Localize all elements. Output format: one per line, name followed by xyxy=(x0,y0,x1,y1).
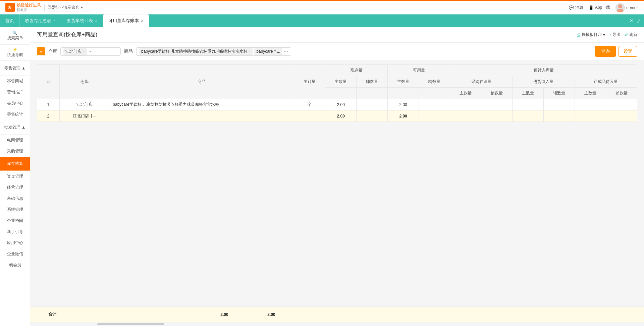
tab-receipts[interactable]: 收发存汇总表 × xyxy=(20,14,61,27)
th-avail-sub2 xyxy=(419,88,450,99)
sidebar-item-finance[interactable]: 资金管理 xyxy=(0,171,30,182)
top-bar-left: 好 畅捷通好生意 标准版 母婴行业演示账套 ▾ xyxy=(5,3,91,12)
expand-btn[interactable]: ⤢ xyxy=(636,18,641,24)
sidebar-item-marketing[interactable]: 营销推广 xyxy=(0,87,30,98)
settings-icon[interactable]: ⚙ xyxy=(45,79,52,85)
sidebar-item-ecommerce[interactable]: 电商管理 xyxy=(0,135,30,146)
th-avail-sub: 辅数量 xyxy=(419,76,450,88)
sidebar-item-retail-mall[interactable]: 零售商城 xyxy=(0,76,30,87)
sidebar-item-purchase-mgmt[interactable]: 采购管理 xyxy=(0,146,30,157)
tab-home[interactable]: 首页 xyxy=(0,14,20,27)
th-settings[interactable]: ⚙ xyxy=(37,65,60,99)
goods-tag-1-remove[interactable]: × xyxy=(249,49,251,53)
cell-goods-1: babycare学饮杯 儿童防摔防撞吸管杯重力球吸嘴杯宝宝水杯 xyxy=(109,99,294,110)
th-pp-sub: 辅数量 xyxy=(606,88,637,99)
goods-input[interactable]: babycare学饮杯 儿童防摔防撞吸管杯重力球吸嘴杯宝宝水杯 × babyca… xyxy=(136,47,291,56)
data-table: ⚙ 仓库 商品 主计量 现存量 可用量 预计入库量 主数量 辅数量 主数量 辅数… xyxy=(37,64,637,122)
warehouse-input[interactable]: 江北门店 × ··· xyxy=(60,47,121,56)
cell-unit-1: 个 xyxy=(294,99,325,110)
refresh-btn[interactable]: ↺ 刷新 xyxy=(625,32,637,38)
th-warehouse: 仓库 xyxy=(59,65,109,99)
content-area: 可用量查询(按仓库+商品) 🖨 按模板打印 ▾ ↑ 导出 ↺ 刷新 » xyxy=(30,27,644,326)
sidebar-quick-nav[interactable]: ⚡ 快捷导航 xyxy=(0,45,30,61)
tab-purchase[interactable]: 要货单统计表 × xyxy=(61,14,103,27)
tab-inventory[interactable]: 可用量库存账本 × xyxy=(103,14,149,27)
print-btn[interactable]: 🖨 按模板打印 ▾ xyxy=(576,32,605,38)
close-all-btn[interactable]: × xyxy=(630,18,633,24)
th-inbound-pending: 进货待入量 xyxy=(512,76,575,88)
sidebar-item-vip[interactable]: 畅会员 xyxy=(0,260,30,271)
sidebar-item-new-guide[interactable]: 新手引导 xyxy=(0,226,30,237)
sidebar-item-wholesale[interactable]: 批发管理 ▲ xyxy=(0,120,30,135)
app-download-btn[interactable]: 📱 App下载 xyxy=(589,5,610,10)
logo-area: 好 畅捷通好生意 标准版 xyxy=(5,3,41,12)
tab-inventory-close[interactable]: × xyxy=(141,18,143,23)
sidebar-item-retail-stats[interactable]: 零售统计 xyxy=(0,109,30,120)
th-avail-main2 xyxy=(388,88,419,99)
sidebar-item-system[interactable]: 系统管理 xyxy=(0,204,30,215)
cell-stock-sub-2 xyxy=(357,110,388,122)
cell-pp-sub-1 xyxy=(606,99,637,110)
th-stock-main: 主数量 xyxy=(325,76,357,88)
expand-filter-btn[interactable]: » xyxy=(37,47,45,55)
sidebar-item-member[interactable]: 会员中心 xyxy=(0,98,30,109)
sidebar-item-enterprise[interactable]: 企业协同 xyxy=(0,215,30,226)
cell-avail-sub-1 xyxy=(419,99,450,110)
user-info[interactable]: demo2 xyxy=(615,3,639,12)
search-icon: 🔍 xyxy=(12,31,17,35)
horizontal-scrollbar[interactable] xyxy=(97,323,164,325)
th-avail-main: 主数量 xyxy=(388,76,419,88)
sidebar-item-inventory-check[interactable]: 库存核算 xyxy=(0,157,30,171)
sidebar-item-app-center[interactable]: 应用中心 xyxy=(0,237,30,248)
cell-stock-main-1: 2.00 xyxy=(325,99,357,110)
sidebar-item-basic-info[interactable]: 基础信息 xyxy=(0,193,30,204)
warehouse-more[interactable]: ··· xyxy=(88,48,93,54)
table-row: 2 江北门店【... 2.00 2.00 xyxy=(37,110,637,122)
goods-tag-2: babycare？... xyxy=(254,48,282,55)
export-btn[interactable]: ↑ 导出 xyxy=(609,32,621,38)
svg-point-0 xyxy=(618,4,622,8)
th-po-sub: 辅数量 xyxy=(481,88,513,99)
sidebar-search-menu[interactable]: 🔍 搜索菜单 xyxy=(0,27,30,45)
export-icon: ↑ xyxy=(609,33,611,37)
sidebar-item-retail-mgmt[interactable]: 零售管理 ▲ xyxy=(0,61,30,76)
avatar xyxy=(615,3,625,12)
warehouse-tag-remove[interactable]: × xyxy=(83,49,85,53)
setting-button[interactable]: 设置 xyxy=(619,46,637,57)
nav-icon: ⚡ xyxy=(12,47,17,52)
goods-tag-1: babycare学饮杯 儿童防摔防撞吸管杯重力球吸嘴杯宝宝水杯 × xyxy=(139,48,253,55)
sidebar-item-enterprise-wx[interactable]: 企业微信 xyxy=(0,248,30,260)
page-header: 可用量查询(按仓库+商品) 🖨 按模板打印 ▾ ↑ 导出 ↺ 刷新 xyxy=(30,27,644,43)
cell-po-main-1 xyxy=(450,99,481,110)
logo-icon: 好 xyxy=(5,3,15,12)
th-product-pending: 产成品待入量 xyxy=(575,76,637,88)
cell-avail-sub-2 xyxy=(419,110,450,122)
cell-avail-main-1: 2.00 xyxy=(388,99,419,110)
footer-bar: 合计 2.00 2.00 xyxy=(30,307,644,322)
th-ip-main: 主数量 xyxy=(512,88,543,99)
cell-ip-sub-1 xyxy=(543,99,575,110)
tab-receipts-close[interactable]: × xyxy=(53,18,56,23)
logo-texts: 畅捷通好生意 标准版 xyxy=(17,3,41,12)
logo-text: 畅捷通好生意 xyxy=(17,3,41,7)
industry-select[interactable]: 母婴行业演示账套 ▾ xyxy=(44,4,91,11)
main-layout: 🔍 搜索菜单 ⚡ 快捷导航 零售管理 ▲ 零售商城 营销推广 会员中心 零售统计… xyxy=(0,27,644,326)
th-goods: 商品 xyxy=(109,65,294,99)
table-row: 1 江北门店 babycare学饮杯 儿童防摔防撞吸管杯重力球吸嘴杯宝宝水杯 个… xyxy=(37,99,637,110)
message-btn[interactable]: 💬 消息 xyxy=(569,5,583,10)
cell-stock-sub-1 xyxy=(357,99,388,110)
th-available: 可用量 xyxy=(388,65,450,76)
query-button[interactable]: 查询 xyxy=(595,46,616,57)
tab-purchase-close[interactable]: × xyxy=(95,18,97,23)
cell-pp-sub-2 xyxy=(606,110,637,122)
refresh-icon: ↺ xyxy=(625,33,628,37)
tab-actions: × ⤢ xyxy=(627,14,644,27)
sidebar-item-operations[interactable]: 经营管理 xyxy=(0,182,30,193)
goods-label: 商品 xyxy=(124,48,133,54)
footer-label: 合计 xyxy=(45,310,72,319)
goods-more[interactable]: ··· xyxy=(284,48,288,54)
cell-pp-main-2 xyxy=(575,110,606,122)
th-stock: 现存量 xyxy=(325,65,388,76)
cell-ip-main-2 xyxy=(512,110,543,122)
th-purchase-onway: 采购在途量 xyxy=(450,76,513,88)
